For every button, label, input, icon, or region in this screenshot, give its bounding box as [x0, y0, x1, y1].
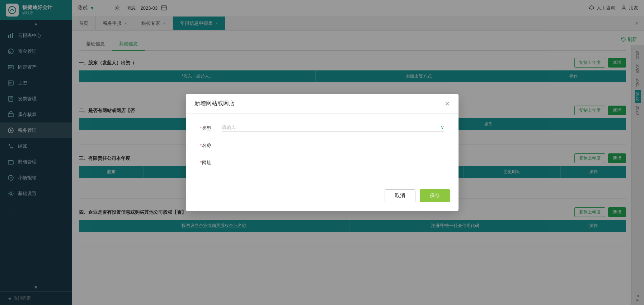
add-website-modal: 新增网站或网店 ✕ *类型 ∨ *名称 [186, 94, 459, 211]
form-row-name: *名称 [200, 142, 444, 149]
form-input-wrap-type: ∨ [222, 124, 444, 132]
form-input-wrap-name [222, 142, 444, 149]
name-input[interactable] [222, 142, 444, 147]
form-label-name: *名称 [200, 142, 222, 149]
label-text-type: 类型 [202, 125, 211, 131]
save-button[interactable]: 保存 [420, 189, 450, 202]
modal-overlay[interactable]: 新增网站或网店 ✕ *类型 ∨ *名称 [0, 0, 644, 305]
modal-title: 新增网站或网店 [194, 100, 235, 107]
type-dropdown-icon[interactable]: ∨ [441, 124, 444, 130]
cancel-button[interactable]: 取消 [385, 189, 415, 202]
form-label-url: *网址 [200, 160, 222, 166]
label-text-url: 网址 [202, 160, 211, 165]
modal-close-btn[interactable]: ✕ [445, 101, 450, 107]
form-row-type: *类型 ∨ [200, 124, 444, 132]
label-text-name: 名称 [202, 143, 211, 148]
url-input[interactable] [222, 159, 444, 165]
form-label-type: *类型 [200, 125, 222, 131]
form-input-wrap-url [222, 159, 444, 166]
modal-footer: 取消 保存 [186, 184, 459, 211]
modal-body: *类型 ∨ *名称 *网址 [186, 114, 459, 184]
form-row-url: *网址 [200, 159, 444, 166]
type-input[interactable] [222, 125, 441, 130]
modal-header: 新增网站或网店 ✕ [186, 94, 459, 114]
